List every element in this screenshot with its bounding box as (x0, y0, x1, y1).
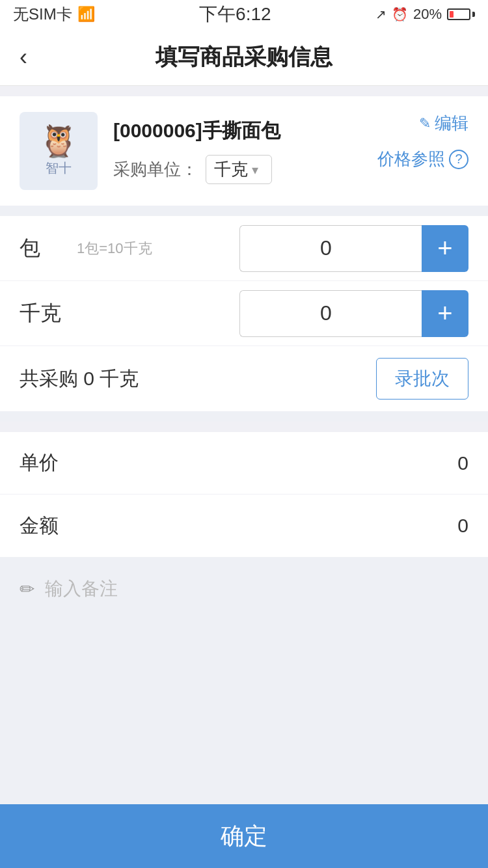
edit-label: 编辑 (435, 112, 468, 135)
bag-plus-button[interactable]: + (422, 225, 468, 272)
kg-label: 千克 (20, 299, 72, 328)
location-icon: ↗ (375, 7, 386, 22)
price-section: 单价 0 金额 0 (0, 432, 488, 557)
confirm-label: 确定 (221, 821, 267, 852)
input-section: 包 1包=10千克 + 千克 + (0, 216, 488, 346)
battery-icon (447, 8, 475, 20)
product-card: 🦉 智十 [0000006]手撕面包 采购单位： 千克 ▾ ✎ 编辑 价格参照 … (0, 96, 488, 206)
product-actions: ✎ 编辑 价格参照 ? (377, 112, 468, 170)
edit-icon: ✎ (419, 115, 431, 132)
bag-sublabel: 1包=10千克 (77, 239, 239, 258)
bag-label: 包 (20, 234, 72, 263)
product-info: [0000006]手撕面包 采购单位： 千克 ▾ (113, 118, 362, 184)
battery-percent: 20% (413, 6, 442, 23)
edit-button[interactable]: ✎ 编辑 (419, 112, 468, 135)
summary-text: 共采购 0 千克 (20, 366, 139, 392)
amount-row: 金额 0 (0, 495, 488, 557)
bag-input-row: 包 1包=10千克 + (0, 216, 488, 281)
divider-2 (0, 411, 488, 422)
product-image: 🦉 智十 (20, 112, 98, 190)
remark-placeholder: 输入备注 (45, 576, 118, 601)
kg-input-row: 千克 + (0, 281, 488, 346)
carrier-label: 无SIM卡 (13, 4, 72, 25)
unit-value: 千克 (214, 158, 248, 181)
unit-price-value: 0 (457, 452, 468, 474)
page-title: 填写商品采购信息 (156, 42, 332, 72)
wifi-icon: 📶 (77, 6, 95, 23)
unit-label: 采购单位： (113, 158, 198, 181)
chevron-down-icon: ▾ (252, 162, 258, 178)
product-image-label: 智十 (46, 159, 72, 177)
confirm-button[interactable]: 确定 (0, 804, 488, 868)
status-time: 下午6:12 (199, 2, 271, 27)
pencil-icon: ✏ (20, 578, 34, 600)
divider-1 (0, 206, 488, 216)
remark-section[interactable]: ✏ 输入备注 (0, 557, 488, 621)
product-owl-icon: 🦉 (39, 126, 78, 157)
alarm-icon: ⏰ (392, 7, 408, 22)
nav-bar: ‹ 填写商品采购信息 (0, 29, 488, 86)
summary-row: 共采购 0 千克 录批次 (0, 346, 488, 411)
back-button[interactable]: ‹ (20, 37, 34, 77)
price-ref-icon: ? (449, 150, 468, 169)
batch-button[interactable]: 录批次 (376, 358, 468, 400)
status-right: ↗ ⏰ 20% (375, 6, 475, 23)
product-name: [0000006]手撕面包 (113, 118, 362, 144)
bag-input[interactable] (239, 225, 422, 272)
bag-field-wrapper: + (239, 225, 468, 272)
unit-price-row: 单价 0 (0, 432, 488, 495)
kg-plus-button[interactable]: + (422, 290, 468, 337)
amount-label: 金额 (20, 513, 59, 539)
price-ref-label: 价格参照 (377, 148, 445, 170)
unit-price-label: 单价 (20, 450, 59, 476)
product-unit-row: 采购单位： 千克 ▾ (113, 155, 362, 184)
price-ref-button[interactable]: 价格参照 ? (377, 148, 468, 170)
status-left: 无SIM卡 📶 (13, 4, 95, 25)
status-bar: 无SIM卡 📶 下午6:12 ↗ ⏰ 20% (0, 0, 488, 29)
unit-select[interactable]: 千克 ▾ (206, 155, 272, 184)
amount-value: 0 (457, 515, 468, 537)
kg-input[interactable] (239, 290, 422, 337)
kg-field-wrapper: + (239, 290, 468, 337)
